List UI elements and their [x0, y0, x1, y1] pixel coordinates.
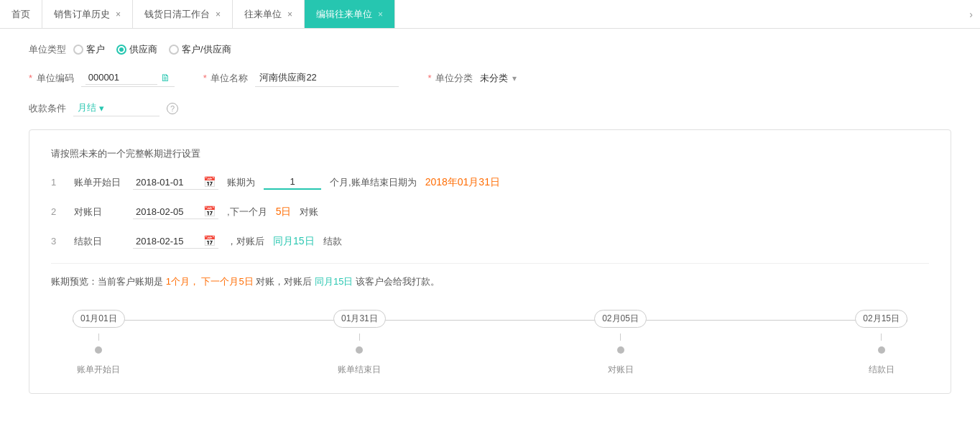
timeline-container: 01月01日 账单开始日 01月31日 账单结束日 02月05日	[51, 310, 929, 376]
close-icon[interactable]: ×	[287, 9, 292, 19]
unit-category-label: * 单位分类	[427, 72, 473, 85]
setting-row-1: 1 账单开始日 📅 账期为 个月,账单结束日期为 2018年01月31日	[51, 175, 929, 190]
row1-suffix-pre: 账期为	[227, 176, 255, 189]
tab-home[interactable]: 首页	[0, 0, 42, 28]
row-num-1: 1	[51, 177, 65, 188]
row2-highlight: 5日	[276, 206, 292, 218]
timeline-point-4: 02月15日 结款日	[855, 310, 907, 376]
tab-edit-partner-label: 编辑往来单位	[316, 8, 372, 21]
timeline-date-1: 01月01日	[73, 310, 125, 328]
timeline-point-3: 02月05日 对账日	[594, 310, 647, 376]
settings-card: 请按照未来的一个完整帐期进行设置 1 账单开始日 📅 账期为 个月,账单结束日期…	[29, 129, 951, 394]
row3-highlight: 同月15日	[273, 235, 315, 248]
timeline-point-1: 01月01日 账单开始日	[73, 310, 125, 376]
chevron-down-icon: ▾	[512, 73, 517, 83]
tab-cash-workbench-label: 钱货日清工作台	[144, 8, 210, 21]
tab-partner[interactable]: 往来单位 ×	[233, 0, 305, 28]
unit-code-label: * 单位编码	[29, 72, 74, 85]
unit-type-label: 单位类型	[29, 43, 66, 56]
unit-category-value: 未分类	[480, 72, 508, 85]
timeline-date-4: 02月15日	[855, 310, 907, 328]
row-num-2: 2	[51, 206, 65, 217]
timeline-desc-1: 账单开始日	[77, 364, 120, 376]
payment-terms-value: 月结	[78, 101, 96, 114]
calendar-icon[interactable]: 📅	[203, 206, 216, 217]
setting-row-2: 2 对账日 📅 ,下一个月 5日 对账	[51, 204, 929, 219]
row-num-3: 3	[51, 236, 65, 247]
radio-customer-circle	[73, 45, 83, 55]
card-instruction: 请按照未来的一个完整帐期进行设置	[51, 147, 929, 160]
payment-terms-label: 收款条件	[29, 102, 66, 115]
timeline-desc-3: 对账日	[608, 364, 634, 376]
timeline-date-2: 01月31日	[333, 310, 386, 328]
unit-info-row: * 单位编码 🗎 * 单位名称 * 单位分类 未分类 ▾	[29, 69, 951, 87]
radio-both-circle	[169, 45, 179, 55]
start-date-input-wrapper: 📅	[133, 175, 218, 190]
radio-supplier-circle	[116, 45, 126, 55]
tab-sales-history-label: 销售订单历史	[54, 8, 110, 21]
row2-prefix: ,下一个月	[227, 206, 267, 218]
tab-edit-partner[interactable]: 编辑往来单位 ×	[305, 0, 395, 28]
row-field-label-3: 结款日	[74, 235, 124, 248]
calendar-icon[interactable]: 📅	[203, 176, 216, 188]
radio-both[interactable]: 客户/供应商	[169, 43, 231, 56]
timeline-date-3: 02月05日	[594, 310, 647, 328]
recon-date-input[interactable]	[136, 206, 200, 217]
row1-suffix-post: 个月,账单结束日期为	[330, 176, 417, 189]
file-icon[interactable]: 🗎	[160, 72, 170, 83]
period-input[interactable]	[264, 175, 321, 190]
radio-customer[interactable]: 客户	[73, 43, 105, 56]
unit-name-input[interactable]	[255, 70, 399, 87]
preview-section: 账期预览：当前客户账期是 1个月， 下一个月5日 对账，对账后 同月15日 该客…	[51, 263, 929, 288]
preview-end: 该客户会给我打款。	[356, 276, 440, 287]
chevron-down-icon: ▾	[99, 103, 104, 114]
close-icon[interactable]: ×	[378, 9, 383, 19]
tab-scroll-right[interactable]: ›	[962, 0, 980, 28]
row-field-label-1: 账单开始日	[74, 176, 124, 189]
tab-home-label: 首页	[11, 8, 30, 21]
row-field-label-2: 对账日	[74, 206, 124, 218]
unit-type-radio-group: 客户 供应商 客户/供应商	[73, 43, 231, 56]
preview-p2: 下一个月5日	[201, 276, 253, 287]
tab-bar: 首页 销售订单历史 × 钱货日清工作台 × 往来单位 × 编辑往来单位 × ›	[0, 0, 980, 29]
row1-highlight: 2018年01月31日	[425, 176, 500, 189]
timeline-point-2: 01月31日 账单结束日	[333, 310, 386, 376]
unit-code-input[interactable]	[85, 70, 157, 85]
payment-date-input[interactable]	[136, 236, 200, 247]
payment-terms-row: 收款条件 月结 ▾ ?	[29, 100, 951, 116]
setting-row-3: 3 结款日 📅 ，对账后 同月15日 结款	[51, 234, 929, 249]
help-icon[interactable]: ?	[167, 103, 178, 114]
payment-terms-select[interactable]: 月结 ▾	[73, 100, 160, 116]
timeline-desc-4: 结款日	[869, 364, 895, 376]
calendar-icon[interactable]: 📅	[203, 235, 216, 247]
row2-suffix: 对账	[300, 206, 318, 218]
preview-label: 账期预览：当前客户账期是	[51, 276, 163, 287]
timeline-desc-2: 账单结束日	[338, 364, 381, 376]
chevron-right-icon: ›	[969, 9, 973, 20]
payment-date-input-wrapper: 📅	[133, 234, 218, 249]
unit-code-input-wrapper: 🗎	[81, 69, 175, 87]
unit-type-row: 单位类型 客户 供应商 客户/供应商	[29, 43, 951, 56]
tab-sales-history[interactable]: 销售订单历史 ×	[42, 0, 133, 28]
main-content: 单位类型 客户 供应商 客户/供应商 * 单位编码 🗎 *	[0, 29, 980, 437]
radio-both-label: 客户/供应商	[182, 43, 231, 56]
close-icon[interactable]: ×	[216, 9, 221, 19]
tab-cash-workbench[interactable]: 钱货日清工作台 ×	[133, 0, 233, 28]
unit-category-select[interactable]: 未分类 ▾	[480, 72, 517, 85]
tab-partner-label: 往来单位	[244, 8, 282, 21]
radio-customer-label: 客户	[86, 43, 105, 56]
preview-p1: 1个月，	[166, 276, 199, 287]
radio-supplier-label: 供应商	[129, 43, 157, 56]
start-date-input[interactable]	[136, 177, 200, 188]
preview-mid: 对账，对账后	[256, 276, 312, 287]
preview-p3: 同月15日	[315, 276, 353, 287]
close-icon[interactable]: ×	[116, 9, 121, 19]
row3-suffix: 结款	[323, 235, 342, 248]
row3-prefix: ，对账后	[227, 235, 264, 248]
unit-name-label: * 单位名称	[203, 72, 249, 85]
recon-date-input-wrapper: 📅	[133, 204, 218, 219]
radio-supplier[interactable]: 供应商	[116, 43, 157, 56]
